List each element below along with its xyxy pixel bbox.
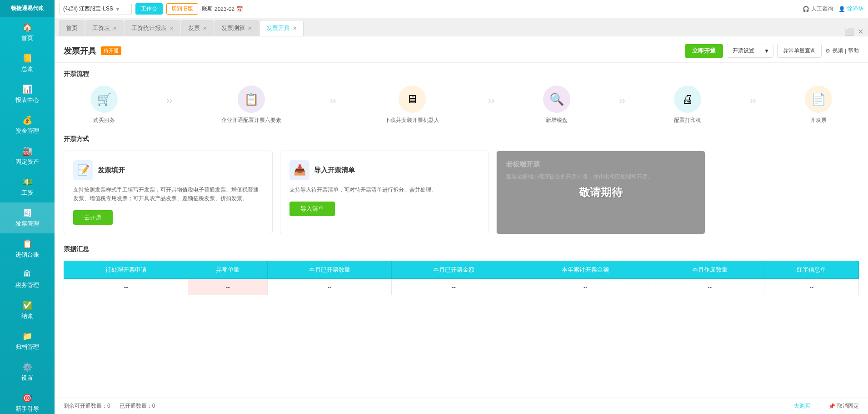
tab-salary[interactable]: 工资表 ✕ [85,20,124,36]
add-taxbox-icon: 🔍 [549,92,564,106]
manual-go-button[interactable]: 去开票 [73,210,113,225]
tab-home[interactable]: 首页 [59,20,85,36]
sidebar-item-funds[interactable]: 💰 资金管理 [0,110,55,141]
headset-icon: 🎧 [803,6,809,12]
sidebar-item-settings[interactable]: ⚙️ 设置 [0,357,55,388]
sidebar-item-invoice-mgmt[interactable]: 🧾 发票管理 [0,202,55,233]
col-pending: 待处理开票申请 [64,261,188,279]
config-enterprise-label: 企业开通配置开票六要素 [221,116,281,124]
process-step-config-enterprise[interactable]: 📋 企业开通配置开票六要素 [221,86,281,124]
process-step-config-printer[interactable]: 🖨 配置打印机 [674,86,701,124]
tab-invoice-calc[interactable]: 发票测算 ✕ [215,20,259,36]
sidebar-item-purchase-sales-label: 进销台账 [15,251,39,259]
arrow-4: ›› [619,95,625,115]
summary-section: 票据汇总 待处理开票申请 异常单量 本月已开票数量 本月已开票金额 本年累计开票… [64,245,859,295]
help-label[interactable]: 帮助 [848,47,859,55]
sidebar-item-assets[interactable]: 🏭 固定资产 [0,141,55,172]
process-step-buy-service[interactable]: 🛒 购买服务 [90,86,118,124]
import-title: 导入开票清单 [314,166,355,175]
sidebar-item-salary[interactable]: 💵 工资 [0,172,55,202]
cell-abnormal: -- [188,279,268,295]
period-edit-icon[interactable]: 📅 [236,6,243,12]
tab-salary-report[interactable]: 工资统计报表 ✕ [125,20,180,36]
company-selector[interactable]: (勾到) 江西服宝-LSS ▼ [59,3,132,15]
tab-salary-close[interactable]: ✕ [113,25,117,31]
tab-salary-report-close[interactable]: ✕ [170,25,174,31]
cell-monthly-amount: -- [392,279,516,295]
sidebar-item-reports[interactable]: 📊 报表中心 [0,79,55,110]
tabbar: 首页 工资表 ✕ 工资统计报表 ✕ 发票 ✕ 发票测算 ✕ 发票开具 ✕ ⬜ ✕ [55,18,868,36]
coming-soon-overlay: 敬请期待 [497,151,705,234]
process-step-open-invoice[interactable]: 📄 开发票 [805,86,832,124]
home-icon: 🏠 [22,22,32,32]
open-settings-button[interactable]: 开票设置 [727,44,760,57]
sidebar-item-ledger[interactable]: 📒 总账 [0,48,55,79]
buy-service-icon: 🛒 [97,92,111,106]
sidebar-item-archive-label: 归档管理 [15,343,39,351]
purchase-sales-icon: 📋 [22,239,32,249]
sidebar-item-purchase-sales[interactable]: 📋 进销台账 [0,233,55,264]
salary-icon: 💵 [22,177,32,187]
config-enterprise-icon: 📋 [244,92,259,106]
period-label: 账期 [202,5,213,13]
old-version-button[interactable]: 切到旧版 [166,3,198,15]
sidebar-item-settlement[interactable]: ✅ 结账 [0,295,55,326]
page-body: 开票流程 🛒 购买服务 ›› 📋 企业开通配置开票六要素 ›› [55,63,868,312]
period-info: 账期 2023-02 📅 [202,5,243,13]
user-service[interactable]: 🎧 人工咨询 [803,5,833,13]
footer: 剩余可开通数量：0 已开通数量：0 去购买 📌 取消固定 [55,398,868,414]
topbar-right: 🎧 人工咨询 👤 徐泽华 [803,5,863,13]
sidebar-item-home[interactable]: 🏠 首页 [0,17,55,48]
app-logo[interactable]: 畅捷通易代账 [0,0,55,17]
tab-invoice-close[interactable]: ✕ [203,25,207,31]
col-abnormal: 异常单量 [188,261,268,279]
open-invoice-icon-circle: 📄 [805,86,832,113]
col-void-count: 本月作废数量 [655,261,764,279]
page-header: 发票开具 待开通 立即开通 开票设置 ▼ 异常单量查询 ⚙ 视频 | 帮助 [55,36,868,63]
sidebar-item-archive[interactable]: 📁 归档管理 [0,326,55,357]
user-avatar-area[interactable]: 👤 徐泽华 [838,5,863,13]
tab-invoice-tool[interactable]: 发票开具 ✕ [259,20,304,36]
summary-table-header-row: 待处理开票申请 异常单量 本月已开票数量 本月已开票金额 本年累计开票金额 本月… [64,261,859,279]
workspace-button[interactable]: 工作台 [135,3,163,15]
sidebar-item-tax-mgmt[interactable]: 🏛 税务管理 [0,264,55,295]
abnormal-query-button[interactable]: 异常单量查询 [777,44,822,58]
arrow-2: ›› [330,95,336,115]
sidebar-item-salary-label: 工资 [21,189,33,197]
funds-icon: 💰 [22,115,32,125]
buy-service-icon-circle: 🛒 [90,86,118,113]
page-title: 发票开具 [64,45,96,56]
summary-title: 票据汇总 [64,245,859,253]
import-go-button[interactable]: 导入清单 [289,202,335,216]
tab-invoice-calc-label: 发票测算 [221,24,245,32]
tab-invoice[interactable]: 发票 ✕ [181,20,214,36]
service-label: 人工咨询 [811,5,833,13]
sidebar-item-settlement-label: 结账 [21,312,33,320]
help-icon: ⚙ [825,48,830,54]
pin-icon: 📌 [828,403,835,409]
company-name: (勾到) 江西服宝-LSS [63,5,113,13]
tab-close-all-icon[interactable]: ✕ [858,27,863,36]
help-video-label[interactable]: 视频 [832,47,843,55]
help-divider: | [845,48,846,54]
coming-soon-text: 敬请期待 [579,185,623,200]
process-step-download-robot[interactable]: 🖥 下载并安装开票机器人 [385,86,439,124]
tab-invoice-calc-close[interactable]: ✕ [248,25,252,31]
tab-invoice-tool-close[interactable]: ✕ [293,25,297,31]
footer-buy-link[interactable]: 去购买 [794,402,810,410]
process-step-add-taxbox[interactable]: 🔍 新增税盘 [543,86,570,124]
content-area: 发票开具 待开通 立即开通 开票设置 ▼ 异常单量查询 ⚙ 视频 | 帮助 [55,36,868,398]
config-enterprise-icon-circle: 📋 [238,86,265,113]
cell-pending: -- [64,279,188,295]
process-flow-title: 开票流程 [64,70,859,78]
cancel-fixed-button[interactable]: 📌 取消固定 [828,402,859,410]
cell-yearly-amount: -- [516,279,655,295]
arrow-3: ›› [488,95,494,115]
tab-restore-icon[interactable]: ⬜ [845,27,854,36]
open-now-button[interactable]: 立即开通 [685,44,723,58]
sidebar-item-newcomer[interactable]: 🎯 新手引导 [0,388,55,414]
assets-icon: 🏭 [22,146,32,156]
header-actions: 立即开通 开票设置 ▼ 异常单量查询 ⚙ 视频 | 帮助 [685,44,859,58]
tab-salary-report-label: 工资统计报表 [131,24,167,32]
open-settings-dropdown[interactable]: ▼ [760,44,773,57]
